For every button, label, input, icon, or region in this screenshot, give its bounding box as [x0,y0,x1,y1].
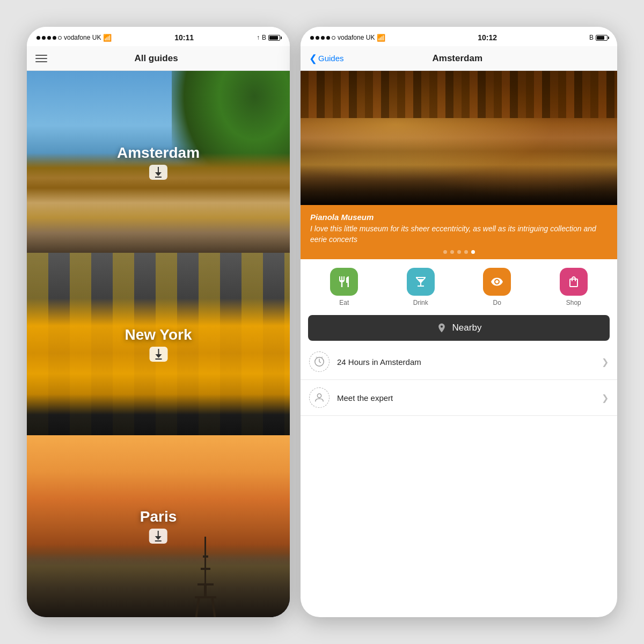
category-shop[interactable]: Shop [560,268,588,306]
do-label: Do [493,299,501,306]
tower-mid2 [204,558,206,568]
tower-legs [196,598,215,617]
left-time: 10:11 [174,33,194,42]
r-signal-dot-3 [321,36,325,40]
newyork-label: New York [125,326,192,343]
tower-leg-right [211,598,216,617]
info-card: Pianola Museum I love this little museum… [301,205,617,259]
left-carrier: vodafone UK [64,34,101,41]
right-battery-fill [597,36,604,40]
chevron-left-icon: ❮ [309,54,317,63]
paris-arrow-shaft [158,531,159,536]
arrow-shaft [158,167,159,172]
left-battery [268,35,280,41]
shop-icon [560,268,588,296]
battery-fill [269,36,278,40]
guide-item-paris[interactable]: Paris [27,435,290,617]
hamburger-line-3 [35,61,47,62]
newyork-download-arrow [155,349,162,360]
cocktail-svg [414,275,427,288]
ny-arrow-shaft [158,349,159,354]
person-svg [313,392,325,404]
do-icon [483,268,511,296]
categories-section: Eat Drink Do [301,259,617,309]
dots-indicator [310,250,608,254]
ny-arrow-head [155,354,162,358]
paris-label-wrap: Paris [140,508,177,544]
24hours-icon [309,352,330,372]
tower-leg-left [195,598,200,617]
signal-dot-1 [36,36,40,40]
expert-icon [309,387,330,408]
ny-arrow-base [155,358,162,360]
signal-dot-4 [53,36,56,40]
amsterdam-download-arrow [155,167,162,178]
right-nav-bar: ❮ Guides Amsterdam [301,46,617,71]
nearby-label: Nearby [452,323,482,333]
right-status-bar: vodafone UK 📶 10:12 B [301,27,617,46]
signal-dot-3 [47,36,51,40]
info-card-text: I love this little museum for its sheer … [310,224,608,245]
amsterdam-label-wrap: Amsterdam [117,144,200,180]
clock-svg [313,356,325,368]
right-nav-title: Amsterdam [344,53,571,64]
category-do[interactable]: Do [483,268,511,306]
left-status-right: ↑ B [257,34,280,41]
amsterdam-label: Amsterdam [117,144,200,162]
category-drink[interactable]: Drink [407,268,435,306]
arrow-head [155,172,162,176]
paris-download-btn[interactable] [149,529,167,544]
list-item-expert[interactable]: Meet the expert ❯ [301,380,617,416]
indicator-dot-4 [464,250,468,254]
right-signal-dots [310,36,335,40]
left-arrow-icon: ↑ [257,34,260,41]
fork-knife-svg [338,275,350,288]
bag-svg [567,275,580,288]
24hours-chevron: ❯ [602,357,609,367]
paris-label: Paris [140,508,177,525]
hero-bg [301,71,617,205]
r-signal-dot-2 [316,36,319,40]
amsterdam-download-btn[interactable] [149,165,167,180]
location-pin-svg [436,323,447,333]
guide-list: Amsterdam New York [27,71,290,617]
back-label: Guides [318,54,344,63]
shop-label: Shop [566,299,581,306]
signal-dot-2 [42,36,46,40]
newyork-download-btn[interactable] [149,347,167,362]
hamburger-menu[interactable] [35,55,47,62]
paris-arrow-base [155,540,162,541]
hamburger-line-1 [35,55,47,56]
indicator-dot-3 [457,250,461,254]
indicator-dot-5 [471,250,475,254]
signal-dot-5 [58,36,62,40]
drink-label: Drink [413,299,428,306]
r-signal-dot-5 [332,36,335,40]
right-status-left: vodafone UK 📶 [310,34,385,42]
r-signal-dot-1 [310,36,314,40]
nearby-button[interactable]: Nearby [308,315,610,341]
guide-item-amsterdam[interactable]: Amsterdam [27,71,290,253]
24hours-text: 24 Hours in Amsterdam [337,357,602,367]
tower-mid5 [204,586,207,596]
back-button[interactable]: ❮ Guides [309,54,344,63]
left-phone: vodafone UK 📶 10:11 ↑ B All guides [27,27,290,617]
tower-mid4 [204,570,206,583]
eat-label: Eat [339,299,349,306]
right-wifi-icon: 📶 [377,34,385,42]
drink-icon [407,268,435,296]
left-nav-bar: All guides [27,46,290,71]
category-eat[interactable]: Eat [330,268,358,306]
left-status-left: vodafone UK 📶 [36,34,112,42]
hero-image [301,71,617,205]
guide-item-newyork[interactable]: New York [27,253,290,435]
list-item-24hours[interactable]: 24 Hours in Amsterdam ❯ [301,344,617,380]
right-phone: vodafone UK 📶 10:12 B ❮ Guides Amsterdam [301,27,617,617]
left-wifi-icon: 📶 [103,34,112,42]
right-battery [596,35,608,41]
expert-text: Meet the expert [337,393,602,402]
signal-dots [36,36,62,40]
arrow-base [155,177,162,178]
expert-chevron: ❯ [602,393,609,403]
right-bt-icon: B [589,34,594,41]
